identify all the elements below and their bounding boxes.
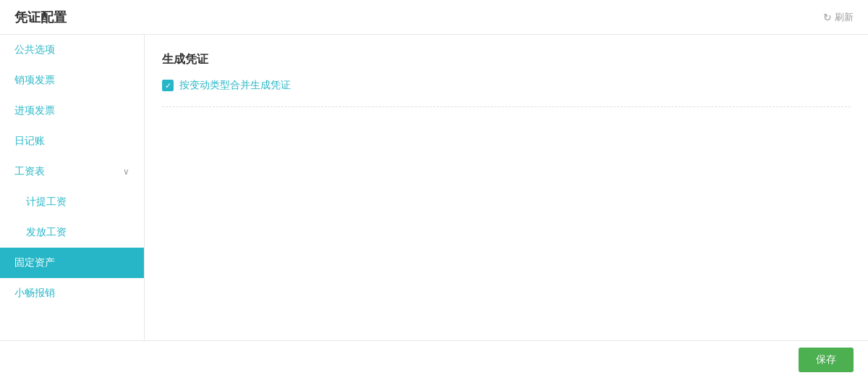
main-layout: 公共选项销项发票进项发票日记账工资表∨计提工资发放工资固定资产小畅报销 生成凭证… bbox=[0, 35, 868, 340]
sidebar-item-label: 计提工资 bbox=[26, 196, 67, 209]
sidebar-item-label: 销项发票 bbox=[14, 74, 55, 87]
refresh-icon: ↻ bbox=[823, 12, 832, 23]
refresh-label: 刷新 bbox=[835, 11, 854, 24]
refresh-button[interactable]: ↻ 刷新 bbox=[823, 11, 854, 24]
checkbox-row: ✓ 按变动类型合并生成凭证 bbox=[162, 79, 851, 92]
sidebar-item-public-options[interactable]: 公共选项 bbox=[0, 35, 144, 65]
section-divider bbox=[162, 106, 851, 107]
sidebar-item-label: 日记账 bbox=[14, 135, 45, 148]
save-button[interactable]: 保存 bbox=[799, 348, 854, 372]
sidebar-item-label: 小畅报销 bbox=[14, 287, 55, 300]
sidebar-item-journal[interactable]: 日记账 bbox=[0, 126, 144, 156]
chevron-down-icon: ∨ bbox=[123, 167, 129, 177]
check-mark-icon: ✓ bbox=[165, 82, 171, 90]
sidebar-item-payroll-accrue[interactable]: 计提工资 bbox=[0, 187, 144, 217]
page-footer: 保存 bbox=[0, 340, 868, 378]
page-header: 凭证配置 ↻ 刷新 bbox=[0, 0, 868, 35]
sidebar-item-label: 工资表 bbox=[14, 165, 45, 178]
section-title: 生成凭证 bbox=[162, 52, 851, 67]
page-title: 凭证配置 bbox=[14, 9, 67, 26]
sidebar-item-fixed-assets[interactable]: 固定资产 bbox=[0, 248, 144, 278]
sidebar-item-label: 发放工资 bbox=[26, 226, 67, 239]
sidebar-item-label: 固定资产 bbox=[14, 256, 55, 269]
sidebar-item-label: 进项发票 bbox=[14, 104, 55, 117]
page-wrapper: 凭证配置 ↻ 刷新 公共选项销项发票进项发票日记账工资表∨计提工资发放工资固定资… bbox=[0, 0, 868, 378]
sidebar-item-payroll[interactable]: 工资表∨ bbox=[0, 156, 144, 187]
content-area: 生成凭证 ✓ 按变动类型合并生成凭证 bbox=[145, 35, 868, 340]
sidebar-item-label: 公共选项 bbox=[14, 43, 55, 56]
merge-checkbox[interactable]: ✓ bbox=[162, 80, 174, 91]
sidebar-item-sales-invoice[interactable]: 销项发票 bbox=[0, 65, 144, 96]
sidebar-item-payroll-pay[interactable]: 发放工资 bbox=[0, 217, 144, 248]
sidebar-item-purchase-invoice[interactable]: 进项发票 bbox=[0, 96, 144, 126]
sidebar-item-expense-report[interactable]: 小畅报销 bbox=[0, 278, 144, 308]
checkbox-label[interactable]: 按变动类型合并生成凭证 bbox=[179, 79, 291, 92]
sidebar: 公共选项销项发票进项发票日记账工资表∨计提工资发放工资固定资产小畅报销 bbox=[0, 35, 145, 340]
